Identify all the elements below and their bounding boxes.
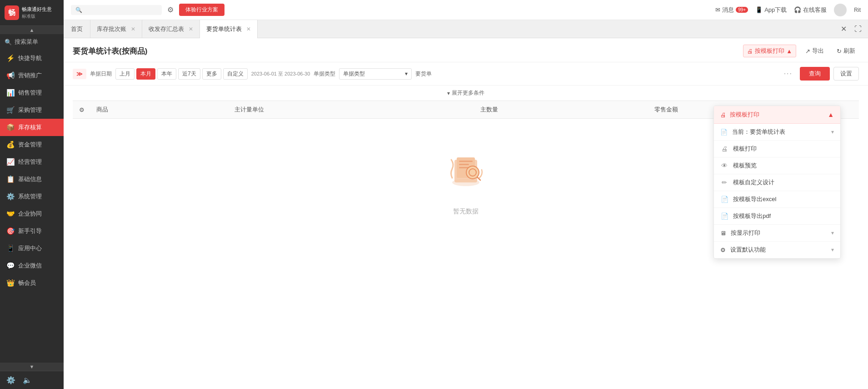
settings-icon[interactable]: ⚙️ <box>6 376 15 384</box>
expand-more-button[interactable]: ▾ 展开更多条件 <box>442 87 490 99</box>
nav-label-operations: 经营管理 <box>18 158 42 166</box>
query-button[interactable]: 查询 <box>800 67 830 81</box>
tab-order-stats-close[interactable]: ✕ <box>246 26 251 32</box>
sidebar-item-sales[interactable]: 📊 销售管理 <box>0 84 64 101</box>
tab-maximize-button[interactable]: ⛶ <box>852 23 864 35</box>
chevron-down-icon-expand: ▾ <box>447 90 450 96</box>
topbar: 🔍 ⚙ 体验行业方案 ✉ 消息 99+ 📱 App下载 🎧 在线客服 Rit <box>64 0 868 20</box>
sidebar-item-inventory[interactable]: 📦 库存核算 <box>0 119 64 136</box>
nav-icon-vip: 👑 <box>6 279 15 287</box>
custom-design-label: 模板自定义设计 <box>733 178 774 187</box>
refresh-button[interactable]: ↻ 刷新 <box>833 45 859 57</box>
date-btn-custom[interactable]: 自定义 <box>223 68 248 80</box>
app-download-label: App下载 <box>764 6 787 14</box>
current-template-arrow: ▾ <box>831 129 834 135</box>
date-filter-label: 单据日期 <box>90 70 112 78</box>
filter-expand-button[interactable]: ≫ <box>73 69 86 79</box>
tab-payment-summary-close[interactable]: ✕ <box>189 26 193 32</box>
nav-icon-inventory: 📦 <box>6 123 15 131</box>
empty-icon <box>443 146 489 200</box>
sidebar-search[interactable]: 🔍 搜索菜单 <box>0 34 64 50</box>
message-icon: ✉ <box>715 6 720 13</box>
order-type-select[interactable]: 单据类型 ▾ <box>339 68 412 80</box>
table-header-settings[interactable]: ⚙ <box>73 101 91 119</box>
nav-label-wechat: 企业微信 <box>18 262 42 270</box>
tab-order-stats[interactable]: 要货单统计表 ✕ <box>200 20 258 38</box>
date-filter-group: 单据日期 上月 本月 本年 近7天 更多 自定义 2023-06-01 至 20… <box>90 68 310 80</box>
print-template-button[interactable]: 🖨 按模板打印 ▲ <box>743 45 796 57</box>
settings-button[interactable]: 设置 <box>833 67 859 81</box>
user-name[interactable]: Rit <box>854 7 861 13</box>
sidebar: 畅 畅康通好生意 标准版 ▲ 🔍 搜索菜单 ⚡ 快捷导航 📢 营销推广 📊 销售… <box>0 0 64 389</box>
dropdown-current-template-section[interactable]: 📄 当前：要货单统计表 ▾ <box>714 124 840 141</box>
dropdown-display-print-section[interactable]: 🖥 按显示打印 ▾ <box>714 225 840 242</box>
sidebar-logo: 畅 畅康通好生意 标准版 <box>0 0 64 26</box>
date-btn-7days[interactable]: 近7天 <box>178 68 200 80</box>
dropdown-printer-icon: 🖨 <box>720 111 726 118</box>
sidebar-item-system[interactable]: ⚙️ 系统管理 <box>0 188 64 205</box>
sidebar-item-quick-nav[interactable]: ⚡ 快捷导航 <box>0 50 64 67</box>
tab-close-current-button[interactable]: ✕ <box>837 23 850 35</box>
display-icon: 🖥 <box>720 230 726 237</box>
default-settings-left: ⚙ 设置默认功能 <box>720 246 766 254</box>
more-options-button[interactable]: ··· <box>780 68 796 80</box>
page-area: 要货单统计表(按商品) 🖨 按模板打印 ▲ ↗ 导出 ↻ 刷新 <box>64 38 868 389</box>
template-list-icon: 📄 <box>720 129 728 136</box>
preview-icon: 👁 <box>720 162 728 169</box>
online-service-button[interactable]: 🎧 在线客服 <box>794 6 827 14</box>
date-btn-last-month[interactable]: 上月 <box>115 68 135 80</box>
dropdown-item-custom-design[interactable]: ✏ 模板自定义设计 <box>714 174 840 191</box>
sidebar-item-marketing[interactable]: 📢 营销推广 <box>0 67 64 84</box>
nav-label-system: 系统管理 <box>18 192 42 201</box>
app-download-button[interactable]: 📱 App下载 <box>755 6 787 14</box>
tab-batch-account[interactable]: 库存批次账 ✕ <box>90 20 142 38</box>
tab-batch-account-close[interactable]: ✕ <box>131 26 135 32</box>
tab-payment-summary[interactable]: 收发存汇总表 ✕ <box>142 20 200 38</box>
sidebar-item-basics[interactable]: 📋 基础信息 <box>0 171 64 188</box>
logo-icon: 畅 <box>5 5 19 20</box>
table-header-unit: 主计量单位 <box>229 101 475 119</box>
user-avatar[interactable] <box>834 4 847 16</box>
sidebar-scroll-up[interactable]: ▲ <box>0 26 64 34</box>
volume-icon[interactable]: 🔈 <box>23 376 32 384</box>
dropdown-item-print[interactable]: 🖨 模板打印 <box>714 141 840 157</box>
dropdown-item-preview[interactable]: 👁 模板预览 <box>714 157 840 174</box>
dropdown-item-export-excel[interactable]: 📄 按模板导出excel <box>714 191 840 208</box>
nav-label-quick: 快捷导航 <box>18 54 42 62</box>
logo-text-block: 畅康通好生意 标准版 <box>22 6 52 19</box>
export-button[interactable]: ↗ 导出 <box>802 45 828 57</box>
sidebar-item-operations[interactable]: 📈 经营管理 <box>0 153 64 171</box>
experience-industry-button[interactable]: 体验行业方案 <box>179 4 224 16</box>
table-header-quantity: 主数量 <box>475 101 649 119</box>
dropdown-item-export-pdf[interactable]: 📄 按模板导出pdf <box>714 208 840 225</box>
dropdown-header[interactable]: 🖨 按模板打印 ▲ <box>714 106 840 124</box>
sidebar-scroll-down[interactable]: ▼ <box>0 363 64 371</box>
sidebar-item-vip[interactable]: 👑 畅会员 <box>0 274 64 292</box>
printer-icon: 🖨 <box>747 48 753 55</box>
sidebar-item-finance[interactable]: 💰 资金管理 <box>0 136 64 153</box>
chevron-up-icon: ▲ <box>786 48 792 55</box>
sidebar-item-cooperation[interactable]: 🤝 企业协同 <box>0 205 64 222</box>
dropdown-default-settings-section[interactable]: ⚙ 设置默认功能 ▾ <box>714 242 840 258</box>
dropdown-close-arrow[interactable]: ▲ <box>828 111 834 118</box>
display-print-left: 🖥 按显示打印 <box>720 229 760 237</box>
date-range-text: 2023-06-01 至 2023-06-30 <box>251 71 310 77</box>
nav-icon-operations: 📈 <box>6 158 15 166</box>
nav-icon-newbie: 🎯 <box>6 227 15 235</box>
nav-label-vip: 畅会员 <box>18 279 36 287</box>
sidebar-item-enterprise-wechat[interactable]: 💬 企业微信 <box>0 257 64 274</box>
nav-icon-quick: ⚡ <box>6 54 15 62</box>
tab-home[interactable]: 首页 <box>64 20 90 38</box>
topbar-gear-icon[interactable]: ⚙ <box>167 5 174 14</box>
refresh-icon: ↻ <box>837 48 842 55</box>
sidebar-item-app-center[interactable]: 📱 应用中心 <box>0 240 64 257</box>
messages-button[interactable]: ✉ 消息 99+ <box>715 6 748 14</box>
date-btn-this-month[interactable]: 本月 <box>136 68 155 80</box>
sidebar-item-newbie[interactable]: 🎯 新手引导 <box>0 222 64 240</box>
table-header-product: 商品 <box>91 101 229 119</box>
date-btn-this-year[interactable]: 本年 <box>157 68 176 80</box>
topbar-search[interactable]: 🔍 <box>71 5 162 15</box>
phone-icon: 📱 <box>755 6 763 13</box>
date-btn-more[interactable]: 更多 <box>202 68 221 80</box>
sidebar-item-purchase[interactable]: 🛒 采购管理 <box>0 101 64 119</box>
